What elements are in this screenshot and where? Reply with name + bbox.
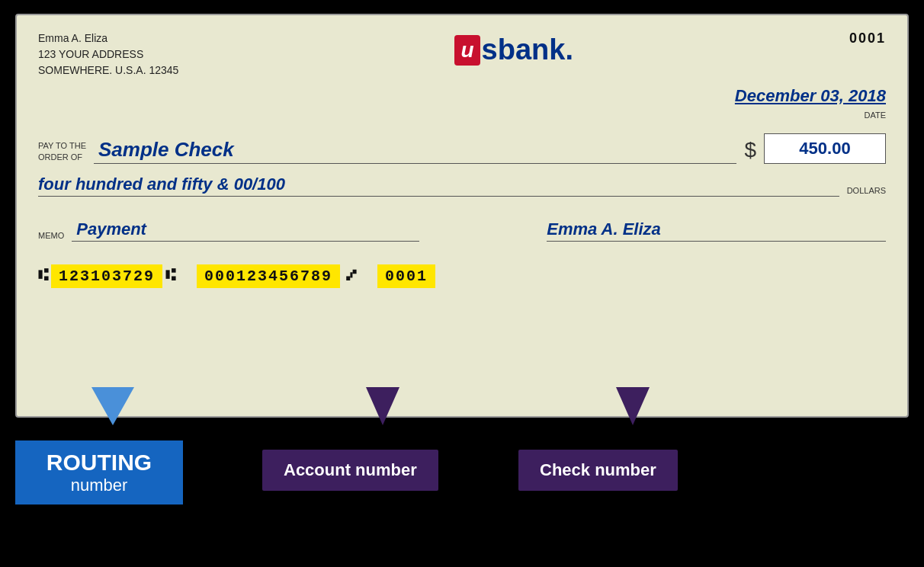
check-number-highlight: 0001 — [377, 264, 435, 288]
logo-u-letter: u — [454, 35, 480, 66]
bank-logo: u sbank. — [454, 34, 573, 66]
check-number-arrow — [616, 387, 650, 425]
check-label-box: Check number — [518, 450, 678, 491]
account-label-box: Account number — [262, 450, 438, 491]
check-label-text: Check number — [540, 460, 656, 479]
micr-sym-close: ⑆ — [165, 267, 175, 286]
owner-info: Emma A. Eliza 123 YOUR ADDRESS SOMEWHERE… — [38, 30, 178, 78]
check-top-row: Emma A. Eliza 123 YOUR ADDRESS SOMEWHERE… — [38, 30, 886, 78]
owner-name: Emma A. Eliza — [38, 30, 178, 46]
logo-dot: . — [565, 34, 573, 66]
address-line2: SOMEWHERE. U.S.A. 12345 — [38, 62, 178, 78]
memo-section: MEMO Payment — [38, 219, 419, 242]
routing-label-box: ROUTING number — [15, 440, 183, 505]
date-row: December 03, 2018 DATE — [38, 86, 886, 121]
memo-sig-row: MEMO Payment Emma A. Eliza — [38, 219, 886, 242]
account-arrow — [366, 387, 399, 425]
memo-value: Payment — [72, 219, 146, 239]
memo-line: Payment — [72, 219, 419, 242]
date-value: December 03, 2018 — [735, 86, 886, 106]
payee-name: Sample Check — [94, 138, 234, 161]
dollars-label: DOLLARS — [839, 186, 886, 197]
pay-to-row: PAY TO THEORDER OF Sample Check $ 450.00 — [38, 133, 886, 164]
account-label-text: Account number — [284, 460, 417, 479]
payee-line: Sample Check — [94, 138, 736, 164]
logo-bank-text: sbank. — [482, 34, 573, 66]
pay-to-label: PAY TO THEORDER OF — [38, 140, 86, 164]
account-number-highlight: 000123456789 — [197, 264, 340, 288]
check: Emma A. Eliza 123 YOUR ADDRESS SOMEWHERE… — [15, 14, 909, 418]
signature-section: Emma A. Eliza — [547, 219, 886, 242]
amount-words-line: four hundred and fifty & 00/100 — [38, 175, 839, 197]
routing-title: ROUTING — [30, 450, 168, 476]
date-label: DATE — [864, 111, 886, 120]
amount-words-row: four hundred and fifty & 00/100 DOLLARS — [38, 175, 886, 197]
micr-sym-open: ⑆ — [38, 267, 48, 286]
micr-sym-eq: ⑇ — [346, 267, 356, 286]
amount-words: four hundred and fifty & 00/100 — [38, 175, 285, 194]
bottom-section: ROUTING number Account number Check numb… — [0, 418, 924, 567]
memo-label: MEMO — [38, 231, 64, 242]
check-wrapper: Emma A. Eliza 123 YOUR ADDRESS SOMEWHERE… — [0, 0, 924, 418]
address-line1: 123 YOUR ADDRESS — [38, 46, 178, 62]
logo-bank-word: bank — [498, 34, 566, 66]
date-section: December 03, 2018 DATE — [735, 86, 886, 121]
routing-arrow — [91, 387, 134, 425]
dollar-sign: $ — [744, 138, 756, 164]
routing-sub: number — [30, 476, 168, 495]
amount-box: 450.00 — [764, 133, 886, 164]
check-number-top: 0001 — [849, 30, 886, 46]
routing-number-highlight: 123103729 — [51, 264, 162, 288]
micr-row: ⑆ 123103729 ⑆ 000123456789 ⑇ 0001 — [38, 264, 886, 288]
signature-value: Emma A. Eliza — [547, 219, 661, 239]
